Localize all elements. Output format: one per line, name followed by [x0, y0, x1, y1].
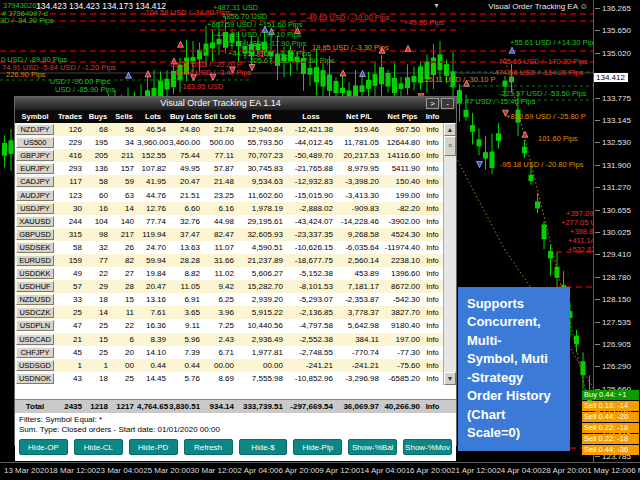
symbol-button[interactable]: NZDJPY — [16, 124, 54, 135]
table-row: EURJPY293136157107.8249.9557.8730,745.83… — [15, 162, 456, 175]
price-tick-label: 128.780 — [602, 273, 631, 282]
order-label-sell[interactable]: Sell 0.44: -36 — [582, 445, 639, 455]
info-button[interactable]: Info — [423, 335, 442, 344]
action-button-hide-cl[interactable]: Hide-CL — [74, 439, 123, 455]
symbol-button[interactable]: USDPLN — [16, 320, 54, 331]
info-button[interactable]: Info — [423, 269, 442, 278]
scroll-thumb[interactable]: ≡ — [444, 136, 456, 156]
info-button[interactable]: Info — [423, 361, 442, 370]
action-button-hide-[interactable]: Hide-$ — [239, 439, 288, 455]
value-cell: 1,978.19 — [237, 204, 286, 213]
value-cell: 21,237.89 — [237, 256, 286, 265]
symbol-button[interactable]: NZDUSD — [16, 294, 54, 305]
trade-arrow-icon — [477, 161, 483, 167]
info-button[interactable]: Info — [423, 374, 442, 383]
value-cell: 6.91 — [169, 295, 203, 304]
value-cell: 0.44 — [137, 361, 169, 370]
value-cell: -3,296.98 — [336, 374, 382, 383]
info-button[interactable]: Info — [423, 321, 442, 330]
symbol-button[interactable]: EURUSD — [16, 255, 54, 266]
info-button[interactable]: Info — [423, 230, 442, 239]
order-label-sell[interactable]: Sell 0.22: -18 — [582, 423, 639, 433]
symbol-button[interactable]: USDJPY — [16, 203, 54, 214]
symbol-button[interactable]: CHFJPY — [16, 347, 54, 358]
value-cell: 1,977.81 — [237, 348, 286, 357]
info-button[interactable]: Info — [423, 308, 442, 317]
symbol-button[interactable]: USDHUF — [16, 281, 54, 292]
value-cell: 41.95 — [137, 177, 169, 186]
table-scrollbar[interactable]: ▲ ≡ ▼ — [443, 123, 456, 385]
value-cell: 123 — [55, 191, 85, 200]
price-tick-label: 128.150 — [602, 295, 631, 304]
value-cell: 20.47 — [137, 282, 169, 291]
symbol-cell: AUDJPY — [15, 189, 55, 202]
action-button-hide-pip[interactable]: Hide-Pip — [293, 439, 342, 455]
order-label-sell[interactable]: Sell 0.44: -20 — [582, 412, 639, 422]
symbol-button[interactable]: US500 — [16, 137, 54, 148]
value-cell: 57.87 — [203, 164, 237, 173]
order-label-sell[interactable]: Sell 0.18: -14 — [582, 401, 639, 411]
info-button[interactable]: Info — [423, 151, 442, 160]
price-tick-label: 127.535 — [602, 318, 631, 327]
value-cell: 293 — [55, 164, 85, 173]
symbol-button[interactable]: USDDKK — [16, 268, 54, 279]
value-cell: 159 — [55, 256, 85, 265]
info-button[interactable]: Info — [423, 191, 442, 200]
action-button-hide-op[interactable]: Hide-OP — [19, 439, 68, 455]
info-button[interactable]: Info — [423, 164, 442, 173]
value-cell: 58 — [55, 243, 85, 252]
column-header: Sells — [111, 112, 137, 121]
info-button[interactable]: Info — [423, 138, 442, 147]
symbol-button[interactable]: USDCAD — [16, 334, 54, 345]
value-cell: 9.42 — [203, 282, 237, 291]
scroll-down-button[interactable]: ▼ — [444, 372, 456, 385]
total-value: 40,266.90 — [382, 402, 423, 411]
panel-minimize-button[interactable]: - — [441, 98, 454, 109]
value-cell: -2,748.55 — [286, 348, 336, 357]
column-header: Buy Lots — [169, 112, 203, 121]
symbol-button[interactable]: GBPUSD — [16, 229, 54, 240]
action-button-hide-pd[interactable]: Hide-PD — [129, 439, 178, 455]
info-button[interactable]: Info — [423, 282, 442, 291]
symbol-button[interactable]: XAUUSD — [16, 216, 54, 227]
symbol-button[interactable]: AUDJPY — [16, 190, 54, 201]
info-button[interactable]: Info — [423, 256, 442, 265]
symbol-button[interactable]: USDSGD — [16, 360, 54, 371]
info-button[interactable]: Info — [423, 243, 442, 252]
info-button[interactable]: Info — [423, 217, 442, 226]
info-button[interactable]: Info — [423, 348, 442, 357]
action-button-show-mov[interactable]: Show-%Mov — [403, 439, 452, 455]
value-cell: 4524.30 — [382, 230, 423, 239]
symbol-cell: USDNOK — [15, 372, 55, 385]
info-button[interactable]: Info — [423, 177, 442, 186]
total-info: Info — [423, 402, 442, 411]
order-label-buy[interactable]: Buy 0.44: +1 — [582, 390, 639, 400]
value-cell: 2,560.14 — [336, 256, 382, 265]
price-tick-label: 133.775 — [602, 94, 631, 103]
symbol-button[interactable]: CADJPY — [16, 176, 54, 187]
action-button-show-bal[interactable]: Show-%Bal — [348, 439, 397, 455]
order-label-sell[interactable]: Sell 0.22: -18 — [582, 434, 639, 444]
value-cell: -770.74 — [336, 348, 382, 357]
symbol-button[interactable]: USDNOK — [16, 373, 54, 384]
info-button[interactable]: Info — [423, 295, 442, 304]
scroll-up-button[interactable]: ▲ — [444, 123, 456, 136]
promo-note: Supports Concurrent, Multi- Symbol, Muti… — [458, 287, 570, 451]
value-cell: 22 — [111, 321, 137, 330]
value-cell: 43 — [55, 374, 85, 383]
symbol-button[interactable]: USDCZK — [16, 307, 54, 318]
info-button[interactable]: Info — [423, 204, 442, 213]
value-cell: 14 — [111, 204, 137, 213]
value-cell: 77 — [85, 256, 111, 265]
value-cell: 1 — [55, 361, 85, 370]
info-button[interactable]: Info — [423, 125, 442, 134]
time-axis[interactable]: 13 Mar 202018 Mar 12:0023 Mar 04:0025 Ma… — [0, 462, 640, 480]
panel-titlebar[interactable]: Visual Order Tracking EA 1.14 > - — [15, 97, 456, 110]
value-cell: 25 — [85, 321, 111, 330]
symbol-button[interactable]: EURJPY — [16, 163, 54, 174]
symbol-button[interactable]: GBPJPY — [16, 150, 54, 161]
symbol-button[interactable]: USDSEK — [16, 242, 54, 253]
value-cell: 55,793.50 — [237, 138, 286, 147]
action-button-refresh[interactable]: Refresh — [184, 439, 233, 455]
panel-expand-button[interactable]: > — [426, 98, 439, 109]
